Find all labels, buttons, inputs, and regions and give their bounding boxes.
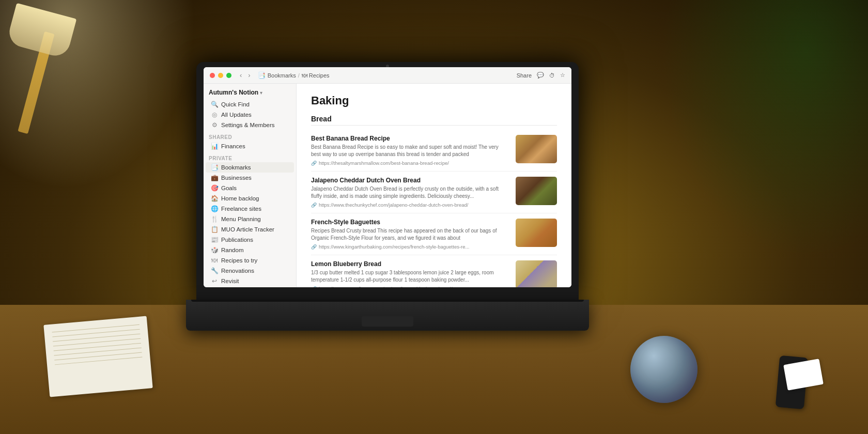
recipes-label: Recipes to try xyxy=(221,257,257,264)
settings-label: Settings & Members xyxy=(221,122,275,128)
laptop-keyboard xyxy=(186,300,589,331)
sidebar-item-muo-tracker[interactable]: 📋 MUO Article Tracker xyxy=(206,224,294,235)
home-backlog-icon: 🏠 xyxy=(211,195,218,202)
recipe-image-jalapeno xyxy=(516,177,557,205)
private-section-label: PRIVATE xyxy=(204,151,296,162)
random-label: Random xyxy=(221,247,243,253)
businesses-icon: 💼 xyxy=(211,174,218,181)
finances-label: Finances xyxy=(221,143,245,149)
businesses-label: Businesses xyxy=(221,175,252,181)
sidebar-item-freelance[interactable]: 🌐 Freelance sites xyxy=(206,204,294,214)
forward-button[interactable]: › xyxy=(246,70,252,80)
close-button[interactable] xyxy=(210,73,215,78)
plant-background xyxy=(661,0,868,258)
muo-label: MUO Article Tracker xyxy=(221,226,274,233)
workspace-chevron: ▾ xyxy=(260,90,262,96)
all-updates-label: All Updates xyxy=(221,112,252,118)
url-text: https://www.tasteofhome.com/recipes/lemo… xyxy=(319,286,453,287)
sidebar-item-finances[interactable]: 📊 Finances xyxy=(206,141,294,151)
url-icon: 🔗 xyxy=(311,244,317,250)
maximize-button[interactable] xyxy=(226,73,231,78)
recipe-url: 🔗 https://thesaltymarshmallow.com/best-b… xyxy=(311,160,509,166)
recipe-card-baguettes[interactable]: French-Style Baguettes Recipes Bread Cru… xyxy=(311,213,557,255)
sidebar-item-recipes[interactable]: 🍽 Recipes to try xyxy=(206,255,294,266)
recipe-card-lemon-blueberry[interactable]: Lemon Blueberry Bread 1/3 cup butter mel… xyxy=(311,255,557,287)
sidebar: Autumn's Notion ▾ 🔍 Quick Find ◎ All Upd… xyxy=(204,84,297,287)
renovations-label: Renovations xyxy=(221,268,254,274)
quick-find-icon: 🔍 xyxy=(211,101,218,108)
recipe-image-lemon-blueberry xyxy=(516,260,557,287)
random-icon: 🎲 xyxy=(211,246,218,254)
page-title: Baking xyxy=(311,94,557,107)
help-icon[interactable]: ⏱ xyxy=(549,72,555,79)
sidebar-item-publications[interactable]: 📰 Publications xyxy=(206,235,294,245)
bookmarks-icon: 📑 xyxy=(258,72,266,79)
fishbowl xyxy=(630,336,698,403)
bread-section-heading: Bread xyxy=(311,115,557,126)
breadcrumb-bookmarks[interactable]: Bookmarks xyxy=(268,72,296,79)
comment-icon[interactable]: 💬 xyxy=(537,72,544,79)
recipe-url: 🔗 https://www.thechunkychef.com/jalapeno… xyxy=(311,202,509,208)
sidebar-item-sewing[interactable]: 🧵 Sewing projects xyxy=(206,286,294,287)
laptop-trackpad xyxy=(362,316,413,327)
recipe-url: 🔗 https://www.tasteofhome.com/recipes/le… xyxy=(311,286,509,287)
sidebar-item-menu-planning[interactable]: 🍴 Menu Planning xyxy=(206,214,294,224)
recipe-card-jalapeno[interactable]: Jalapeno Cheddar Dutch Oven Bread Jalape… xyxy=(311,172,557,213)
laptop: ‹ › 📑 Bookmarks / 🍽 Recipes Share 💬 ⏱ ☆ xyxy=(196,62,599,336)
recipe-desc: Jalapeno Cheddar Dutch Oven Bread is per… xyxy=(311,185,509,200)
recipe-info: French-Style Baguettes Recipes Bread Cru… xyxy=(311,219,509,250)
url-text: https://www.kingarthurbaking.com/recipes… xyxy=(319,244,469,250)
quick-find-label: Quick Find xyxy=(221,101,250,107)
titlebar-actions: Share 💬 ⏱ ☆ xyxy=(517,72,565,79)
freelance-label: Freelance sites xyxy=(221,206,261,212)
sidebar-item-renovations[interactable]: 🔧 Renovations xyxy=(206,266,294,276)
recipe-title: Best Banana Bread Recipe xyxy=(311,135,509,142)
main-content: Baking Bread Best Banana Bread Recipe Be… xyxy=(297,84,571,287)
sidebar-item-quick-find[interactable]: 🔍 Quick Find xyxy=(206,99,294,110)
recipe-info: Best Banana Bread Recipe Best Banana Bre… xyxy=(311,135,509,166)
bookmarks-label: Bookmarks xyxy=(221,164,251,171)
settings-icon: ⚙ xyxy=(211,121,218,129)
muo-icon: 📋 xyxy=(211,226,218,233)
freelance-icon: 🌐 xyxy=(211,205,218,212)
recipe-title: Jalapeno Cheddar Dutch Oven Bread xyxy=(311,177,509,184)
breadcrumb-separator: / xyxy=(298,72,300,79)
url-text: https://thesaltymarshmallow.com/best-ban… xyxy=(319,160,449,166)
menu-planning-label: Menu Planning xyxy=(221,216,261,222)
notebook xyxy=(43,316,152,397)
breadcrumb-recipes[interactable]: 🍽 Recipes xyxy=(302,72,330,79)
sidebar-item-settings[interactable]: ⚙ Settings & Members xyxy=(206,120,294,130)
shared-section-label: SHARED xyxy=(204,130,296,141)
recipe-card-banana-bread[interactable]: Best Banana Bread Recipe Best Banana Bre… xyxy=(311,130,557,172)
app-body: Autumn's Notion ▾ 🔍 Quick Find ◎ All Upd… xyxy=(204,84,571,287)
revisit-icon: ↩ xyxy=(211,277,218,285)
titlebar: ‹ › 📑 Bookmarks / 🍽 Recipes Share 💬 ⏱ ☆ xyxy=(204,67,571,84)
publications-icon: 📰 xyxy=(211,236,218,243)
finances-icon: 📊 xyxy=(211,143,218,150)
favorite-icon[interactable]: ☆ xyxy=(560,72,565,79)
menu-planning-icon: 🍴 xyxy=(211,215,218,223)
sidebar-item-bookmarks[interactable]: 📑 Bookmarks xyxy=(206,162,294,173)
workspace-header[interactable]: Autumn's Notion ▾ xyxy=(204,87,296,98)
back-button[interactable]: ‹ xyxy=(238,70,244,80)
breadcrumb: 📑 Bookmarks / 🍽 Recipes xyxy=(258,72,330,79)
sidebar-item-goals[interactable]: 🎯 Goals xyxy=(206,183,294,193)
share-button[interactable]: Share xyxy=(517,72,532,79)
recipe-image-baguettes xyxy=(516,219,557,247)
all-updates-icon: ◎ xyxy=(211,111,218,118)
sidebar-item-businesses[interactable]: 💼 Businesses xyxy=(206,173,294,183)
publications-label: Publications xyxy=(221,237,253,243)
sidebar-item-revisit[interactable]: ↩ Revisit xyxy=(206,276,294,286)
revisit-label: Revisit xyxy=(221,278,239,284)
recipe-desc: 1/3 cup butter melted 1 cup sugar 3 tabl… xyxy=(311,269,509,284)
sidebar-item-home-backlog[interactable]: 🏠 Home backlog xyxy=(206,193,294,204)
sidebar-item-random[interactable]: 🎲 Random xyxy=(206,245,294,255)
goals-label: Goals xyxy=(221,185,237,191)
sidebar-item-all-updates[interactable]: ◎ All Updates xyxy=(206,110,294,120)
url-icon: 🔗 xyxy=(311,161,317,166)
url-icon: 🔗 xyxy=(311,203,317,208)
goals-icon: 🎯 xyxy=(211,184,218,192)
laptop-screen-bezel: ‹ › 📑 Bookmarks / 🍽 Recipes Share 💬 ⏱ ☆ xyxy=(196,62,579,300)
workspace-name: Autumn's Notion xyxy=(209,89,258,96)
minimize-button[interactable] xyxy=(218,73,223,78)
